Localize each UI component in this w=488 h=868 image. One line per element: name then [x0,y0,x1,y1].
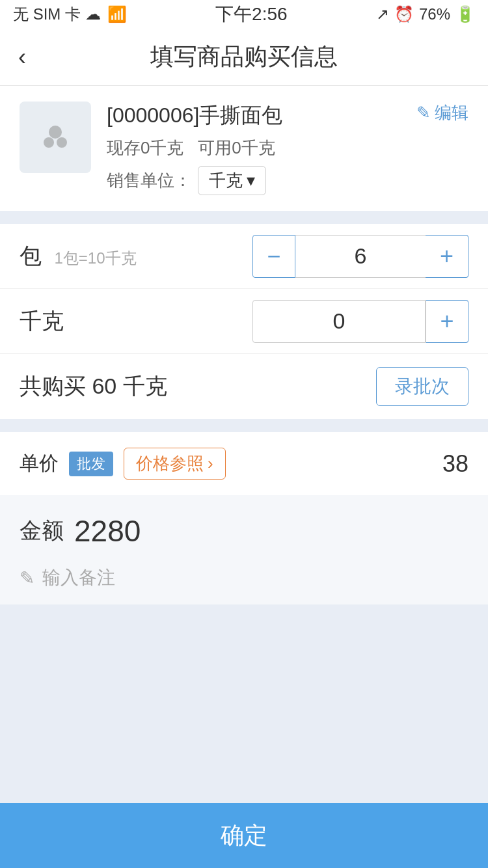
amount-section: 金额 2280 ✎ 输入备注 [0,495,488,604]
price-type-badge: 批发 [69,452,113,476]
total-row: 共购买 60 千克 录批次 [0,354,488,419]
back-button[interactable]: ‹ [18,44,26,71]
sim-label: 无 SIM 卡 ☁ [13,4,101,25]
bao-qty-control: − + [252,235,468,278]
unit-selector[interactable]: 千克 ▾ [198,166,266,195]
svg-point-2 [57,137,67,148]
edit-button[interactable]: ✎ 编辑 [416,102,468,124]
chevron-down-icon: ▾ [247,170,255,191]
total-label: 共购买 60 千克 [20,372,167,401]
product-stock: 现存0千克 可用0千克 [107,137,401,159]
product-info: [0000006]手撕面包 现存0千克 可用0千克 销售单位： 千克 ▾ [107,102,401,195]
svg-point-0 [49,126,62,139]
remark-placeholder: 输入备注 [42,565,115,590]
price-ref-label: 价格参照 [136,452,204,475]
kg-qty-input[interactable] [252,300,426,343]
bao-decrease-button[interactable]: − [252,235,295,278]
battery-icon: 🔋 [455,5,475,23]
edit-icon: ✎ [416,103,431,123]
status-time: 下午2:56 [215,2,288,27]
input-section: 包 1包=10千克 − + 千克 + [0,224,488,354]
status-right: ↗ ⏰ 76% 🔋 [376,5,475,23]
batch-button[interactable]: 录批次 [376,367,468,406]
chevron-right-icon: › [208,454,213,474]
bao-input-row: 包 1包=10千克 − + [0,224,488,289]
status-bar: 无 SIM 卡 ☁ 📶 下午2:56 ↗ ⏰ 76% 🔋 [0,0,488,29]
bao-label: 包 1包=10千克 [20,241,252,271]
kg-label: 千克 [20,306,252,336]
status-left: 无 SIM 卡 ☁ 📶 [13,4,127,25]
product-card: [0000006]手撕面包 现存0千克 可用0千克 销售单位： 千克 ▾ ✎ 编… [0,86,488,211]
kg-qty-control: + [252,300,468,343]
product-logo-icon [36,118,75,157]
section-divider-2 [0,419,488,432]
price-value: 38 [442,450,468,478]
battery-label: 76% [419,5,450,23]
confirm-button[interactable]: 确定 [0,803,488,868]
bao-sublabel: 1包=10千克 [54,249,136,267]
bao-qty-input[interactable] [295,235,426,278]
amount-label: 金额 [20,516,64,546]
page-title: 填写商品购买信息 [150,41,338,73]
product-unit: 销售单位： 千克 ▾ [107,166,401,195]
price-reference-button[interactable]: 价格参照 › [124,448,226,480]
kg-input-row: 千克 + [0,289,488,354]
alarm-icon: ⏰ [394,5,414,23]
price-label: 单价 [20,450,59,477]
section-divider-1 [0,211,488,224]
location-icon: ↗ [376,5,389,23]
kg-increase-button[interactable]: + [426,300,468,343]
product-thumbnail [20,102,91,173]
bao-increase-button[interactable]: + [426,235,468,278]
remark-icon: ✎ [20,567,34,589]
price-section: 单价 批发 价格参照 › 38 [0,432,488,495]
svg-point-1 [44,137,54,148]
remark-row[interactable]: ✎ 输入备注 [20,559,468,597]
amount-value: 2280 [74,513,141,549]
wifi-icon: 📶 [107,5,127,23]
nav-bar: ‹ 填写商品购买信息 [0,29,488,86]
product-name: [0000006]手撕面包 [107,102,401,130]
amount-row: 金额 2280 [20,513,468,549]
